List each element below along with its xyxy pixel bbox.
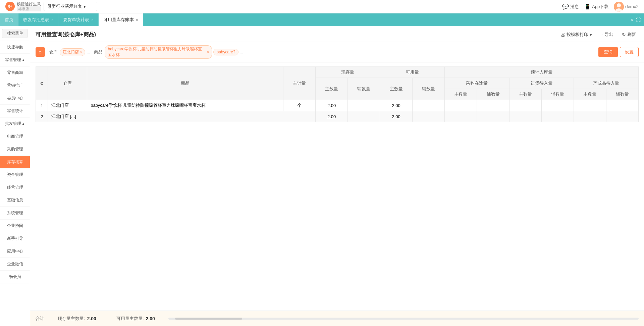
row-current-main: 2.00 (315, 100, 347, 111)
total-avail-main-label: 可用量主数量: (116, 316, 144, 322)
refresh-button[interactable]: ↻ 刷新 (619, 30, 639, 39)
scrollbar-track[interactable] (168, 318, 639, 320)
tab-order-stats[interactable]: 要货单统计表 × (58, 13, 98, 26)
warehouse-more[interactable]: ... (87, 50, 90, 54)
search-menu-button[interactable]: 搜索菜单 (2, 29, 28, 38)
total-avail-main: 2.00 (146, 316, 155, 321)
sidebar-item-quick-nav[interactable]: 快捷导航 (0, 41, 30, 54)
chat-button[interactable]: 💬 消息 (562, 3, 579, 10)
th-purchase-incoming: 预计入库量 (445, 67, 639, 78)
sidebar-item-finance[interactable]: 资金管理 (0, 169, 30, 181)
warehouse-filter-tags: 江北门店 × ... (60, 48, 90, 56)
sidebar-item-operations[interactable]: 经营管理 (0, 181, 30, 194)
logo-icon: 好 (5, 2, 15, 11)
print-button[interactable]: 🖨 按模板打印 ▾ (558, 30, 595, 39)
subtotal-row: 2 江北门店 [...] 2.00 2.00 (36, 111, 639, 122)
avatar (614, 2, 624, 12)
tenant-selector[interactable]: 母婴行业演示账套 ▾ (44, 2, 97, 11)
warehouse-tag-close[interactable]: × (80, 50, 82, 54)
th-warehouse: 仓库 (48, 67, 87, 100)
th-settings[interactable]: ⚙ (36, 67, 48, 100)
filter-actions: 查询 设置 (598, 47, 639, 57)
sidebar-item-newbie[interactable]: 新手引导 (0, 232, 30, 245)
top-bar: 好 畅捷通好生意 标准版 母婴行业演示账套 ▾ 💬 消息 📱 App下载 dem… (0, 0, 644, 13)
page-actions: 🖨 按模板打印 ▾ ↑ 导出 ↻ 刷新 (558, 30, 639, 39)
sidebar-item-enterprise-wechat[interactable]: 企业微信 (0, 258, 30, 271)
filter-bar: » 仓库 江北门店 × ... 商品 (30, 42, 644, 62)
sidebar-item-purchase[interactable]: 采购管理 (0, 143, 30, 156)
sidebar-item-wholesale-arrow: ▲ (22, 122, 25, 126)
warehouse-tag-0[interactable]: 江北门店 × (60, 48, 85, 56)
sidebar-item-marketing[interactable]: 营销推广 (0, 79, 30, 92)
page-header: 可用量查询(按仓库+商品) 🖨 按模板打印 ▾ ↑ 导出 ↻ 刷新 (30, 26, 644, 42)
sidebar-item-system[interactable]: 系统管理 (0, 207, 30, 220)
sidebar-item-members[interactable]: 会员中心 (0, 92, 30, 105)
tab-home[interactable]: 首页 (0, 13, 18, 26)
total-current-main-label: 现存量主数量: (58, 316, 85, 322)
row-avail-main: 2.00 (380, 100, 412, 111)
scrollbar-area (168, 318, 639, 320)
top-bar-left: 好 畅捷通好生意 标准版 母婴行业演示账套 ▾ (5, 2, 97, 12)
product-tag-close[interactable]: × (207, 50, 209, 54)
subtotal-p1 (445, 111, 477, 122)
subtotal-current-aux (348, 111, 380, 122)
filter-toggle-button[interactable]: » (36, 47, 45, 57)
sidebar-item-app-center[interactable]: 应用中心 (0, 245, 30, 258)
row-incoming-main (509, 100, 541, 111)
tab-available-stock[interactable]: 可用量库存账本 × (99, 13, 143, 26)
tab-receive-send-label: 收发存汇总表 (23, 17, 49, 23)
sidebar-item-retail[interactable]: 零售管理 ▲ (0, 54, 30, 66)
product-more[interactable]: ... (240, 50, 243, 54)
th-available: 可用量 (380, 67, 445, 78)
tab-spacer (143, 13, 627, 26)
subtotal-avail-aux (412, 111, 444, 122)
sidebar-item-ecommerce[interactable]: 电商管理 (0, 130, 30, 143)
app-label: App下载 (592, 4, 608, 10)
user-profile[interactable]: demo2 (614, 2, 639, 12)
sidebar-item-retail-mall[interactable]: 零售商城 (0, 66, 30, 79)
tab-available-stock-label: 可用量库存账本 (103, 17, 134, 23)
th-current-main: 主数量 (315, 78, 347, 100)
data-table: ⚙ 仓库 商品 主计量 现存量 可用量 预计入库量 主数量 辅数量 (36, 66, 639, 122)
tenant-name: 母婴行业演示账套 (47, 3, 82, 9)
total-label: 合计 (36, 316, 44, 322)
sidebar-item-vip[interactable]: 畅会员 (0, 271, 30, 283)
sidebar-item-enterprise[interactable]: 企业协同 (0, 220, 30, 232)
th-product: 商品 (87, 67, 283, 100)
product-tag-0[interactable]: babycare学饮杯 儿童防摔防撞吸管杯重力球吸嘴杯宝宝水杯 × (105, 45, 212, 59)
tab-receive-send-close[interactable]: × (51, 18, 53, 22)
export-button[interactable]: ↑ 导出 (598, 30, 616, 39)
sidebar-item-retail-stats[interactable]: 零售统计 (0, 105, 30, 118)
sidebar-item-base-info[interactable]: 基础信息 (0, 194, 30, 207)
window-expand-btn[interactable]: ⛶ (636, 17, 641, 22)
product-filter-tags: babycare学饮杯 儿童防摔防撞吸管杯重力球吸嘴杯宝宝水杯 × babyca… (105, 45, 243, 59)
window-close-btn[interactable]: × (631, 17, 633, 22)
row-product: babycare学饮杯 儿童防摔防撞吸管杯重力球吸嘴杯宝宝水杯 (87, 100, 283, 111)
th-current-stock: 现存量 (315, 67, 380, 78)
query-button[interactable]: 查询 (598, 47, 618, 57)
page-title: 可用量查询(按仓库+商品) (36, 31, 96, 38)
app-download-button[interactable]: 📱 App下载 (584, 4, 608, 10)
settings-button[interactable]: 设置 (620, 47, 639, 57)
chat-label: 消息 (570, 4, 579, 10)
product-tag-1[interactable]: babycare? (213, 49, 238, 55)
row-current-aux (348, 100, 380, 111)
tab-receive-send[interactable]: 收发存汇总表 × (18, 13, 58, 26)
top-bar-right: 💬 消息 📱 App下载 demo2 (562, 2, 639, 12)
warehouse-filter: 仓库 江北门店 × ... (49, 48, 90, 56)
subtotal-p4 (541, 111, 574, 122)
print-label: 按模板打印 (567, 32, 588, 38)
sidebar-item-wholesale[interactable]: 批发管理 ▲ (0, 118, 30, 130)
subtotal-p6 (606, 111, 638, 122)
th-incoming: 进货待入量 (509, 78, 574, 89)
sidebar-item-inventory[interactable]: 库存核算 (0, 156, 30, 169)
row-warehouse: 江北门店 (48, 100, 87, 111)
tab-bar: 首页 收发存汇总表 × 要货单统计表 × 可用量库存账本 × × ⛶ (0, 13, 644, 26)
tab-available-stock-close[interactable]: × (136, 18, 138, 22)
tab-order-stats-label: 要货单统计表 (63, 17, 89, 23)
tab-order-stats-close[interactable]: × (91, 18, 93, 22)
scrollbar-thumb[interactable] (175, 318, 242, 320)
chat-icon: 💬 (562, 3, 569, 10)
row-index: 1 (36, 100, 48, 111)
svg-point-1 (617, 3, 621, 7)
